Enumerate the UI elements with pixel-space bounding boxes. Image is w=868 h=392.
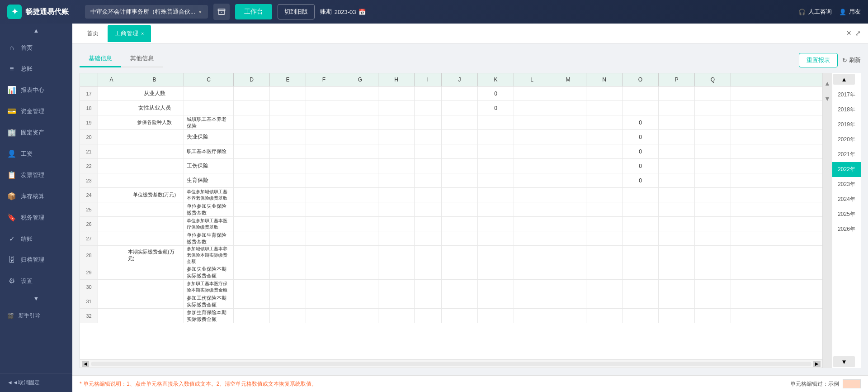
collapse-up-button[interactable]: ▲ xyxy=(824,76,831,90)
cell-30-Q[interactable] xyxy=(695,280,731,294)
year-item-2018[interactable]: 2018年 xyxy=(832,102,861,117)
cell-21-M[interactable] xyxy=(550,144,586,158)
cell-31-K[interactable] xyxy=(478,294,514,308)
cell-19-H[interactable] xyxy=(378,115,415,129)
cell-23-L[interactable] xyxy=(514,173,550,187)
cell-32-K[interactable] xyxy=(478,309,514,323)
cell-20-C[interactable]: 失业保险 xyxy=(184,130,234,144)
cell-27-N[interactable] xyxy=(586,231,623,245)
cell-28-M[interactable] xyxy=(550,246,586,265)
cell-30-J[interactable] xyxy=(442,280,478,294)
scroll-left-button[interactable]: ◀ xyxy=(82,361,89,367)
cell-22-F[interactable] xyxy=(306,159,342,173)
cell-17-Q[interactable] xyxy=(695,86,731,100)
sidebar-item-archive[interactable]: 🗄 归档管理 xyxy=(0,249,72,270)
cell-29-I[interactable] xyxy=(415,265,442,279)
cell-27-P[interactable] xyxy=(659,231,695,245)
cell-27-H[interactable] xyxy=(378,231,415,245)
year-item-2022[interactable]: 2022年 xyxy=(832,162,861,177)
cell-21-I[interactable] xyxy=(415,144,442,158)
cell-32-C[interactable]: 参加生育保险本期实际缴费金额 xyxy=(184,309,234,323)
cell-32-A[interactable] xyxy=(98,309,125,323)
workbench-button[interactable]: 工作台 xyxy=(235,4,272,19)
cell-31-G[interactable] xyxy=(342,294,378,308)
cell-29-B[interactable] xyxy=(125,265,184,279)
cell-18-N[interactable] xyxy=(586,101,623,115)
cell-19-C[interactable]: 城镇职工基本养老保险 xyxy=(184,115,234,129)
cell-21-O[interactable]: 0 xyxy=(623,144,659,158)
year-item-2020[interactable]: 2020年 xyxy=(832,132,861,147)
cell-30-D[interactable] xyxy=(234,280,270,294)
cell-20-J[interactable] xyxy=(442,130,478,144)
sidebar-item-ledger[interactable]: ≡ 总账 xyxy=(0,58,72,79)
cell-19-F[interactable] xyxy=(306,115,342,129)
cell-32-G[interactable] xyxy=(342,309,378,323)
cell-23-N[interactable] xyxy=(586,173,623,187)
cell-28-I[interactable] xyxy=(415,246,442,265)
cell-18-H[interactable] xyxy=(378,101,415,115)
sub-tab-basic[interactable]: 基础信息 xyxy=(80,51,121,67)
cell-25-J[interactable] xyxy=(442,202,478,216)
cell-30-E[interactable] xyxy=(270,280,306,294)
cell-21-J[interactable] xyxy=(442,144,478,158)
cell-19-M[interactable] xyxy=(550,115,586,129)
sidebar-item-invoice[interactable]: 📋 发票管理 xyxy=(0,164,72,186)
cell-31-H[interactable] xyxy=(378,294,415,308)
cell-32-E[interactable] xyxy=(270,309,306,323)
horizontal-scrollbar[interactable]: ◀ ▶ xyxy=(80,359,822,368)
year-scroll-down-button[interactable]: ▼ xyxy=(833,356,855,367)
cell-23-H[interactable] xyxy=(378,173,415,187)
cell-29-H[interactable] xyxy=(378,265,415,279)
cell-31-A[interactable] xyxy=(98,294,125,308)
cell-28-J[interactable] xyxy=(442,246,478,265)
cell-27-K[interactable] xyxy=(478,231,514,245)
cell-26-J[interactable] xyxy=(442,217,478,231)
cell-28-K[interactable] xyxy=(478,246,514,265)
sub-tab-other[interactable]: 其他信息 xyxy=(121,51,163,67)
sidebar-scroll-up[interactable]: ▲ xyxy=(0,24,72,38)
cell-20-L[interactable] xyxy=(514,130,550,144)
cell-29-G[interactable] xyxy=(342,265,378,279)
cell-27-B[interactable] xyxy=(125,231,184,245)
cell-22-O[interactable]: 0 xyxy=(623,159,659,173)
cell-30-I[interactable] xyxy=(415,280,442,294)
cell-24-K[interactable] xyxy=(478,188,514,202)
cell-24-M[interactable] xyxy=(550,188,586,202)
cell-25-Q[interactable] xyxy=(695,202,731,216)
cell-21-E[interactable] xyxy=(270,144,306,158)
cell-19-L[interactable] xyxy=(514,115,550,129)
cell-21-P[interactable] xyxy=(659,144,695,158)
cell-19-A[interactable] xyxy=(98,115,125,129)
cell-21-A[interactable] xyxy=(98,144,125,158)
cell-18-F[interactable] xyxy=(306,101,342,115)
cell-30-C[interactable]: 参加职工基本医疗保险本期实际缴费金额 xyxy=(184,280,234,294)
cell-22-E[interactable] xyxy=(270,159,306,173)
cell-28-Q[interactable] xyxy=(695,246,731,265)
sidebar-item-home[interactable]: ⌂ 首页 xyxy=(0,38,72,58)
cell-19-E[interactable] xyxy=(270,115,306,129)
cell-25-C[interactable]: 单位参加失业保险缴费基数 xyxy=(184,202,234,216)
cell-25-D[interactable] xyxy=(234,202,270,216)
year-item-2023[interactable]: 2023年 xyxy=(832,177,861,192)
cell-20-D[interactable] xyxy=(234,130,270,144)
cell-19-N[interactable] xyxy=(586,115,623,129)
cell-24-G[interactable] xyxy=(342,188,378,202)
cell-26-H[interactable] xyxy=(378,217,415,231)
cell-25-A[interactable] xyxy=(98,202,125,216)
cell-28-C[interactable]: 参加城镇职工基本养老保险本期实际缴费金额 xyxy=(184,246,234,265)
sidebar-item-tax[interactable]: 🔖 税务管理 xyxy=(0,207,72,228)
cell-31-C[interactable]: 参加工伤保险本期实际缴费金额 xyxy=(184,294,234,308)
cell-17-E[interactable] xyxy=(270,86,306,100)
cell-17-J[interactable] xyxy=(442,86,478,100)
sidebar-item-payroll[interactable]: 👤 工资 xyxy=(0,143,72,164)
cell-25-M[interactable] xyxy=(550,202,586,216)
cell-31-I[interactable] xyxy=(415,294,442,308)
cell-28-O[interactable] xyxy=(623,246,659,265)
cell-22-B[interactable] xyxy=(125,159,184,173)
sidebar-unpin[interactable]: ◄◄取消固定 xyxy=(0,373,72,392)
cell-26-E[interactable] xyxy=(270,217,306,231)
cell-20-B[interactable] xyxy=(125,130,184,144)
cell-31-B[interactable] xyxy=(125,294,184,308)
cell-31-J[interactable] xyxy=(442,294,478,308)
cell-22-D[interactable] xyxy=(234,159,270,173)
